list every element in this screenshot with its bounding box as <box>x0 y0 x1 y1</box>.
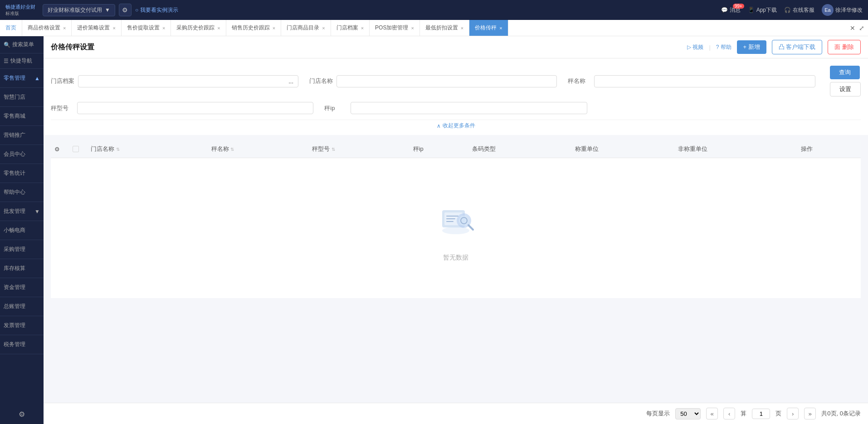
page-header-actions: ▷ 视频 | ? 帮助 + 新增 凸 客户端下载 面 删除 <box>687 40 861 54</box>
sidebar-item-ecommerce[interactable]: 小畅电商 <box>0 221 44 240</box>
tab-price-scale[interactable]: 价格传秤 × <box>469 20 508 36</box>
sidebar-item-finance[interactable]: 资金管理 <box>0 278 44 297</box>
page-header: 价格传秤设置 ▷ 视频 | ? 帮助 + 新增 凸 客户端下载 面 删除 <box>44 36 868 58</box>
store-archive-input[interactable]: ... <box>78 75 298 87</box>
sort-icon: ⇅ <box>332 147 335 152</box>
nav-tabs-end: ✕ ⤢ <box>850 24 868 32</box>
next-page-button[interactable]: › <box>787 408 799 419</box>
app-download-button[interactable]: 📱 App下载 <box>748 6 777 14</box>
sidebar-search[interactable]: 🔍 搜索菜单 <box>0 36 44 53</box>
headset-icon: 🎧 <box>784 7 791 13</box>
th-scale-model[interactable]: 秤型号 ⇅ <box>308 140 409 158</box>
tab-purchase-strategy[interactable]: 进价策略设置 × <box>72 20 121 36</box>
empty-text: 暂无数据 <box>51 254 861 262</box>
tab-price-settings[interactable]: 商品价格设置 × <box>22 20 72 36</box>
sidebar-quick-nav[interactable]: ☰ 快捷导航 <box>0 53 44 69</box>
close-icon[interactable]: × <box>499 25 502 31</box>
sidebar-item-help-center[interactable]: 帮助中心 <box>0 183 44 202</box>
page-size-select[interactable]: 50 10 20 100 <box>675 408 701 419</box>
sidebar-gear-button[interactable]: ⚙ <box>0 405 44 424</box>
close-icon[interactable]: × <box>112 25 115 31</box>
demo-link[interactable]: ○ 我要看实例演示 <box>135 6 178 14</box>
tab-store-archive[interactable]: 门店档案 × <box>331 20 370 36</box>
prev-page-button[interactable]: ‹ <box>723 408 735 419</box>
sidebar-item-retail-stats[interactable]: 零售统计 <box>0 164 44 183</box>
user-menu[interactable]: Ea 徐泽华修改 <box>822 4 863 16</box>
th-barcode-type: 条码类型 <box>468 140 571 158</box>
tab-sale-price[interactable]: 售价提取设置 × <box>122 20 171 36</box>
chevron-up-icon: ∧ <box>437 123 441 129</box>
last-page-button[interactable]: » <box>804 408 816 419</box>
sidebar-item-inventory[interactable]: 库存核算 <box>0 259 44 278</box>
env-gear-button[interactable]: ⚙ <box>119 4 132 16</box>
tab-home[interactable]: 首页 <box>0 20 22 36</box>
question-icon: ? <box>716 44 719 50</box>
close-icon[interactable]: × <box>411 25 414 31</box>
close-icon[interactable]: × <box>361 25 364 31</box>
store-name-input[interactable] <box>336 75 557 87</box>
th-scale-ip: 秤ip <box>410 140 469 158</box>
pagination: 每页显示 50 10 20 100 « ‹ 算 页 › » 共0页, 0条记录 <box>44 403 868 424</box>
page-input[interactable] <box>752 409 770 419</box>
th-checkbox[interactable] <box>69 140 87 158</box>
online-service-button[interactable]: 🎧 在线客服 <box>784 6 814 14</box>
query-button[interactable]: 查询 <box>830 66 860 79</box>
sidebar-item-marketing[interactable]: 营销推广 <box>0 126 44 145</box>
main-layout: 🔍 搜索菜单 ☰ 快捷导航 零售管理 ▲ 智慧门店 零售商城 营销推广 会员中心… <box>0 36 868 424</box>
download-icon: 📱 <box>748 7 755 13</box>
close-all-button[interactable]: ✕ <box>850 24 855 32</box>
top-bar-right: 💬 消息 99+ 📱 App下载 🎧 在线客服 Ea 徐泽华修改 <box>721 4 863 16</box>
close-icon[interactable]: × <box>461 25 463 31</box>
tab-discount-settings[interactable]: 最低折扣设置 × <box>420 20 469 36</box>
video-link[interactable]: ▷ 视频 <box>687 43 703 51</box>
avatar: Ea <box>822 4 834 16</box>
sidebar-item-smart-store[interactable]: 智慧门店 <box>0 88 44 107</box>
close-icon[interactable]: × <box>322 25 325 31</box>
nav-icon: ☰ <box>4 58 9 64</box>
close-icon[interactable]: × <box>162 25 165 31</box>
expand-tabs-button[interactable]: ⤢ <box>859 24 864 32</box>
close-icon[interactable]: × <box>63 25 66 31</box>
filter-row-1: 门店档案 ... 门店名称 秤名称 查询 设置 <box>51 66 861 96</box>
sidebar-item-tax[interactable]: 税务管理 <box>0 335 44 354</box>
th-store-name[interactable]: 门店名称 ⇅ <box>87 140 208 158</box>
tab-store-catalog[interactable]: 门店商品目录 × <box>281 20 331 36</box>
scale-ip-label: 秤ip <box>324 104 347 112</box>
download-button[interactable]: 凸 客户端下载 <box>772 40 823 54</box>
add-button[interactable]: + 新增 <box>737 40 766 54</box>
delete-button[interactable]: 面 删除 <box>828 40 861 54</box>
help-link[interactable]: ? 帮助 <box>716 43 731 51</box>
sidebar-item-wholesale[interactable]: 批发管理 ▼ <box>0 202 44 221</box>
close-icon[interactable]: × <box>273 25 275 31</box>
message-badge: 99+ <box>733 4 744 9</box>
tab-sale-history[interactable]: 销售历史价跟踪 × <box>226 20 281 36</box>
close-icon[interactable]: × <box>217 25 220 31</box>
top-bar: 畅捷通好业财 标准版 好业财标准版交付试用 ▼ ⚙ ○ 我要看实例演示 💬 消息… <box>0 0 868 20</box>
sidebar-item-invoice[interactable]: 发票管理 <box>0 316 44 335</box>
filter-store-archive: 门店档案 ... <box>51 75 298 87</box>
scale-name-input[interactable] <box>594 75 815 87</box>
scale-model-input[interactable] <box>77 102 313 114</box>
scale-name-label: 秤名称 <box>568 77 590 85</box>
sidebar-item-ledger[interactable]: 总账管理 <box>0 297 44 316</box>
empty-state: 暂无数据 <box>51 158 861 298</box>
sidebar-item-member-center[interactable]: 会员中心 <box>0 145 44 164</box>
scale-ip-input[interactable] <box>351 102 587 114</box>
tab-pos-management[interactable]: POS加密管理 × <box>370 20 420 36</box>
collapse-button[interactable]: ∧ 收起更多条件 <box>51 120 861 131</box>
sidebar-item-purchase[interactable]: 采购管理 <box>0 240 44 259</box>
chevron-down-icon: ▼ <box>34 208 40 215</box>
filter-scale-model: 秤型号 <box>51 102 313 114</box>
th-gear[interactable]: ⚙ <box>51 140 69 158</box>
th-scale-name[interactable]: 秤名称 ⇅ <box>208 140 308 158</box>
th-scale-model-label: 秤型号 <box>312 145 330 152</box>
set-button[interactable]: 设置 <box>830 82 861 96</box>
sidebar-item-retail-mall[interactable]: 零售商城 <box>0 107 44 126</box>
th-non-weight-unit: 非称重单位 <box>674 140 797 158</box>
select-all-checkbox[interactable] <box>73 146 79 152</box>
first-page-button[interactable]: « <box>706 408 718 419</box>
sidebar-item-retail-management[interactable]: 零售管理 ▲ <box>0 69 44 88</box>
message-button[interactable]: 💬 消息 99+ <box>721 6 741 14</box>
tab-purchase-history[interactable]: 采购历史价跟踪 × <box>171 20 226 36</box>
env-selector[interactable]: 好业财标准版交付试用 ▼ <box>43 4 115 16</box>
